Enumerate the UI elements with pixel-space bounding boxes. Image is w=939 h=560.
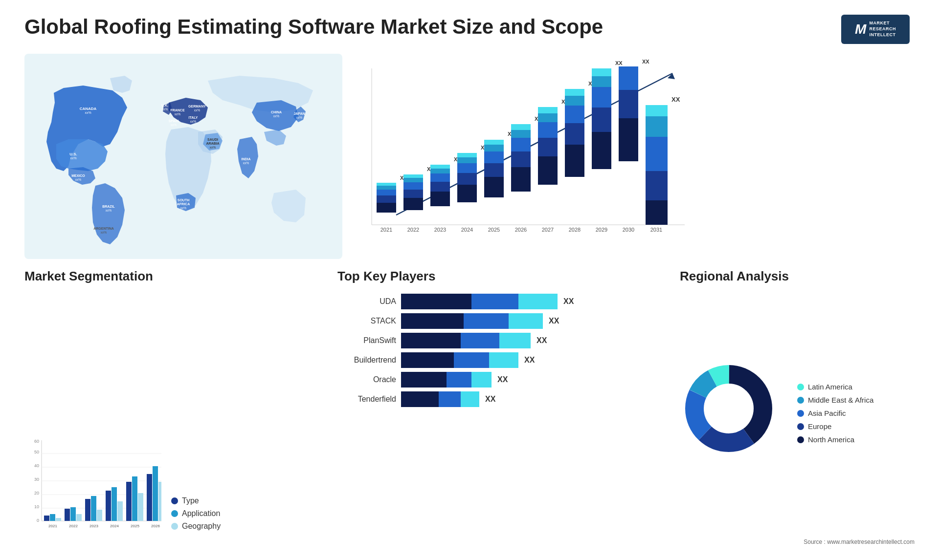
svg-rect-47 xyxy=(403,178,423,182)
seg-bar-svg: 0 10 20 30 40 50 60 xyxy=(24,438,161,545)
svg-rect-147 xyxy=(132,476,137,521)
reg-legend-latin: Latin America xyxy=(797,383,873,391)
svg-rect-39 xyxy=(377,190,396,195)
player-val-stack: XX xyxy=(549,317,559,325)
svg-rect-136 xyxy=(76,514,82,521)
svg-rect-94 xyxy=(592,108,611,132)
player-name-uda: UDA xyxy=(337,297,396,306)
svg-rect-89 xyxy=(565,96,584,106)
player-name-oracle: Oracle xyxy=(337,375,396,384)
svg-rect-51 xyxy=(430,192,450,206)
svg-text:2025: 2025 xyxy=(131,524,139,528)
svg-text:SPAIN: SPAIN xyxy=(169,119,179,123)
svg-rect-38 xyxy=(377,195,396,203)
svg-rect-105 xyxy=(619,118,638,161)
svg-text:2026: 2026 xyxy=(151,524,160,528)
player-val-tenderfield: XX xyxy=(485,395,495,404)
svg-text:0: 0 xyxy=(37,518,39,523)
player-bar-wrap-planswift: XX xyxy=(401,333,670,348)
svg-rect-82 xyxy=(538,113,558,122)
map-wrapper: CANADA xx% U.S. xx% MEXICO xx% BRAZIL xx… xyxy=(24,54,328,259)
svg-text:xx%: xx% xyxy=(296,116,303,119)
svg-rect-113 xyxy=(646,105,668,116)
svg-rect-73 xyxy=(511,151,531,167)
svg-rect-148 xyxy=(138,493,143,521)
player-row-uda: UDA XX xyxy=(337,294,670,309)
donut-container xyxy=(680,360,787,467)
svg-text:2027: 2027 xyxy=(542,227,554,233)
reg-legend-apac: Asia Pacific xyxy=(797,409,873,417)
svg-rect-106 xyxy=(619,66,638,90)
svg-text:xx%: xx% xyxy=(162,108,168,111)
source-text: Source : www.marketresearchintellect.com xyxy=(680,538,915,545)
svg-text:20: 20 xyxy=(34,491,39,495)
svg-text:60: 60 xyxy=(34,439,39,444)
svg-rect-40 xyxy=(377,186,396,190)
regional-content: Latin America Middle East & Africa Asia … xyxy=(680,290,915,537)
svg-rect-45 xyxy=(403,190,423,198)
player-bar-wrap-tenderfield: XX xyxy=(401,391,670,407)
svg-text:2026: 2026 xyxy=(515,227,527,233)
svg-text:xx%: xx% xyxy=(106,209,112,212)
svg-text:xx%: xx% xyxy=(180,206,187,210)
players-title: Top Key Players xyxy=(337,269,670,284)
growth-chart-svg: 2021 XX 2022 XX 2023 XX xyxy=(347,59,690,254)
svg-rect-52 xyxy=(430,182,450,192)
legend-type: Type xyxy=(171,496,221,505)
legend-geography: Geography xyxy=(171,522,221,531)
svg-rect-81 xyxy=(538,122,558,138)
svg-rect-97 xyxy=(592,68,611,76)
reg-dot-mea xyxy=(797,397,804,404)
svg-text:AFRICA: AFRICA xyxy=(177,202,190,206)
reg-legend-na: North America xyxy=(797,435,873,444)
player-name-tenderfield: Tenderfield xyxy=(337,395,396,404)
svg-text:xx%: xx% xyxy=(171,123,177,127)
svg-rect-55 xyxy=(430,165,450,169)
svg-text:JAPAN: JAPAN xyxy=(293,112,305,115)
svg-text:2022: 2022 xyxy=(69,524,78,528)
svg-rect-67 xyxy=(484,151,504,163)
svg-rect-112 xyxy=(646,116,668,137)
svg-text:xx%: xx% xyxy=(101,231,107,234)
seg-chart-area: 0 10 20 30 40 50 60 xyxy=(24,290,328,545)
svg-rect-130 xyxy=(44,516,49,521)
world-map-svg: CANADA xx% U.S. xx% MEXICO xx% BRAZIL xx… xyxy=(24,54,342,259)
svg-text:2021: 2021 xyxy=(380,227,392,233)
legend-application: Application xyxy=(171,509,221,518)
reg-legend-mea: Middle East & Africa xyxy=(797,396,873,404)
svg-text:xx%: xx% xyxy=(190,120,197,123)
svg-rect-65 xyxy=(484,177,504,197)
svg-rect-150 xyxy=(147,474,152,521)
svg-rect-139 xyxy=(91,496,96,521)
logo-letter: M xyxy=(855,22,866,37)
svg-text:ARGENTINA: ARGENTINA xyxy=(93,227,114,230)
svg-text:2023: 2023 xyxy=(89,524,98,528)
svg-text:2029: 2029 xyxy=(596,227,607,233)
svg-rect-111 xyxy=(646,137,668,171)
svg-rect-134 xyxy=(65,509,70,521)
svg-text:2024: 2024 xyxy=(110,524,119,528)
player-name-stack: STACK xyxy=(337,317,396,325)
svg-text:30: 30 xyxy=(34,477,39,482)
svg-text:2021: 2021 xyxy=(48,524,57,528)
svg-text:2024: 2024 xyxy=(461,227,473,233)
svg-text:MEXICO: MEXICO xyxy=(71,174,85,177)
player-bar-buildertrend xyxy=(401,352,518,368)
player-bar-stack xyxy=(401,313,543,329)
svg-text:XX: XX xyxy=(642,59,649,65)
content-grid: CANADA xx% U.S. xx% MEXICO xx% BRAZIL xx… xyxy=(24,54,915,545)
svg-rect-41 xyxy=(377,183,396,186)
svg-text:xx%: xx% xyxy=(175,112,181,116)
svg-rect-60 xyxy=(457,163,477,173)
svg-text:BRAZIL: BRAZIL xyxy=(102,205,115,208)
svg-text:2030: 2030 xyxy=(623,227,634,233)
reg-dot-apac xyxy=(797,410,804,417)
svg-rect-95 xyxy=(592,87,611,108)
svg-rect-66 xyxy=(484,163,504,177)
logo-text: MARKET RESEARCH INTELLECT xyxy=(869,21,896,38)
growth-chart-section: 2021 XX 2022 XX 2023 XX xyxy=(337,54,915,259)
svg-text:xx%: xx% xyxy=(70,156,76,160)
svg-text:U.K.: U.K. xyxy=(161,104,168,107)
regional-title: Regional Analysis xyxy=(680,269,915,284)
svg-rect-90 xyxy=(565,89,584,96)
